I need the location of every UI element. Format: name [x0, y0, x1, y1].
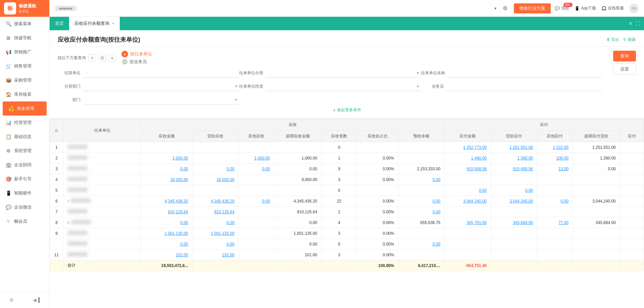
branch-dept-input[interactable]: ▾ — [83, 82, 239, 91]
tab-ar-ap[interactable]: 应收应付余额查询 × — [69, 17, 120, 30]
export-btn[interactable]: ⬆ 导出 — [606, 37, 619, 43]
member-icon: V — [5, 218, 11, 224]
collapse-more-btn[interactable]: ∧ 收起更多条件 — [58, 104, 636, 114]
counterpart-name-label: 往来单位名称 — [421, 70, 445, 76]
sidebar-item-finance[interactable]: 💰 资金管理 — [3, 101, 47, 116]
other-payable-cell: 1,222.00 — [537, 142, 573, 153]
overdue-payable-cell: 1,251,551.00 — [573, 142, 620, 153]
counterpart-col-header: 往来单位 — [63, 119, 141, 142]
counterpart-nature-input[interactable]: ▾ — [266, 82, 421, 91]
settings-col-header: ⚙ — [50, 119, 63, 142]
sidebar-item-hardware[interactable]: 📱 智能硬件 — [0, 186, 49, 200]
sidebar-bottom: ⚙ ◀▐ — [0, 292, 49, 308]
marketing-icon: 📢 — [5, 49, 11, 55]
sidebar-item-marketing[interactable]: 📢 营销推广 — [0, 45, 49, 59]
filter-top-row: 按以下方案查询 + ⊙ « ● 按往来单位 ● 按业务员 — [58, 51, 636, 65]
summary-label: 合计 — [63, 260, 141, 271]
table-settings-icon[interactable]: ⚙ — [55, 128, 58, 133]
app-logo: 畅 畅捷通账 标准版 — [0, 0, 49, 17]
tab-close-btn[interactable]: × — [112, 21, 114, 26]
summary-receivable-ratio: 100.00% — [357, 260, 398, 271]
summary-row: 合计 19,553,472,6... 100.00% 6,417,215....… — [50, 260, 644, 271]
online-service-btn[interactable]: 🎧 在线客服 — [601, 5, 624, 11]
filter-fields: 结算单位 ··· 往来单位分类 ▾ 往来单位名称 — [58, 68, 636, 104]
settlement-unit-input[interactable]: ··· — [83, 68, 239, 78]
sidebar-item-member[interactable]: V 畅会员 — [0, 214, 49, 228]
export-icon: ⬆ — [606, 37, 610, 42]
counterpart-name-input[interactable] — [448, 68, 602, 78]
sidebar: 畅 畅捷通账 标准版 🔍 搜索菜单 ⊞ 快捷导航 📢 营销推广 🛒 销售管理 📦… — [0, 0, 50, 308]
salesperson-dots: ··· — [448, 84, 452, 89]
system-icon: ⚙ — [5, 148, 11, 154]
sidebar-item-search[interactable]: 🔍 搜索菜单 — [0, 17, 49, 31]
sidebar-item-sales[interactable]: 🛒 销售管理 — [0, 59, 49, 73]
summary-payable-amount: -654,751.40 — [444, 260, 491, 271]
dept-input[interactable]: ▾ — [83, 95, 239, 104]
sidebar-item-system[interactable]: ⚙ 系统管理 — [0, 144, 49, 158]
query-option-salesperson-label: 按业务员 — [129, 59, 147, 65]
sidebar-item-inventory[interactable]: 🏠 库存核算 — [0, 87, 49, 101]
topbar-dropdown[interactable]: ▾ — [494, 6, 496, 11]
message-badge: 99+ — [564, 3, 573, 7]
filter-add-btn[interactable]: + — [89, 54, 96, 61]
other-payable-header: 其他应付 — [537, 131, 573, 142]
refresh-btn[interactable]: ↻ 刷新 — [623, 37, 636, 43]
settings-bottom-btn[interactable]: ⚙ — [7, 295, 16, 305]
user-avatar[interactable]: Rit — [629, 4, 639, 13]
counterpart-category-label: 往来单位分类 — [239, 70, 263, 76]
chevron-down-icon4: ▾ — [235, 97, 237, 102]
receivable-ratio-cell — [357, 142, 398, 153]
chevron-down-icon3: ▾ — [417, 84, 419, 89]
tabbar-right: ✕ ⛶ — [625, 17, 644, 30]
settlement-unit-dots: ··· — [85, 71, 89, 75]
settlement-unit-label: 结算单位 — [58, 70, 80, 76]
table-row: 7 810,126.64 810,126.64 810,126.64 2 0.0… — [50, 207, 644, 217]
solution-btn[interactable]: 体验行业方案 — [514, 3, 551, 13]
tab-maximize-btn[interactable]: ⛶ — [635, 21, 640, 26]
receivable-group-header: 应收 — [141, 119, 445, 131]
payable-group-header: 应付 — [444, 119, 644, 131]
loan-payable-header: 贷款应付 — [491, 131, 537, 142]
refresh-icon: ↻ — [623, 37, 627, 42]
table-row: 11 152.00 152.00 101.00 3 0.00% — [50, 250, 644, 260]
salesperson-input[interactable]: ··· — [446, 82, 602, 91]
sidebar-item-collab[interactable]: 🏢 企业协同 — [0, 158, 49, 172]
sidebar-item-guide[interactable]: 🎯 新手引导 — [0, 172, 49, 186]
sidebar-item-operation[interactable]: 📊 经营管理 — [0, 116, 49, 130]
sidebar-item-purchase[interactable]: 📦 采购管理 — [0, 73, 49, 87]
table-row: 0.00 0.00 0.00 0 0.00% 0.00 — [50, 239, 644, 250]
tab-close-window-btn[interactable]: ✕ — [629, 21, 633, 26]
counterpart-category-input[interactable]: ▾ — [266, 68, 421, 78]
setting-btn[interactable]: 设置 — [613, 63, 636, 75]
table-row: 3 0.00 0.00 0.00 0.00 9 0.00% 2,153,333.… — [50, 164, 644, 174]
app-download-btn[interactable]: 📱 App下载 — [575, 5, 596, 11]
summary-receivable-amount: 19,553,472,6... — [141, 260, 193, 271]
prepaid-balance-header: 预收余额 — [398, 131, 444, 142]
query-btn[interactable]: 查询 — [613, 51, 636, 61]
receivable-amount-cell — [141, 142, 193, 153]
loan-receivable-cell — [192, 142, 238, 153]
table-row: 2 1,000.00 1,000.00 1,000.00 1 0.00% 1,4… — [50, 153, 644, 164]
filter-target-btn[interactable]: ⊙ — [99, 54, 106, 61]
payable-amount-header: 应付金额 — [444, 131, 491, 142]
collab-icon: 🏢 — [5, 162, 11, 168]
overdue-receivable-header: 超期应收金额 — [274, 131, 321, 142]
hardware-icon: 📱 — [5, 190, 11, 196]
topbar: ■■■■■■ ▾ ⚙ 体验行业方案 💬 消息 99+ 📱 App下载 🎧 在线客… — [50, 0, 644, 17]
tab-home[interactable]: 首页 — [50, 17, 69, 30]
other-receivable-header: 其他应收 — [238, 131, 274, 142]
message-btn[interactable]: 💬 消息 99+ — [555, 5, 569, 11]
receivable-count-header: 应收笔数 — [321, 131, 357, 142]
collapse-btn[interactable]: ◀▐ — [30, 295, 43, 305]
download-icon: 📱 — [575, 6, 580, 11]
filter-collapse-btn[interactable]: « — [109, 54, 116, 61]
query-option-by-unit[interactable]: ● 按往来单位 — [121, 51, 152, 57]
topbar-gear-btn[interactable]: ⚙ — [500, 4, 510, 13]
field-dept: 部门 ▾ — [58, 95, 239, 104]
sidebar-item-basics[interactable]: 📋 基础信息 — [0, 130, 49, 144]
dept-label: 部门 — [58, 97, 80, 103]
sidebar-item-quicknav[interactable]: ⊞ 快捷导航 — [0, 31, 49, 45]
query-option-by-salesperson[interactable]: ● 按业务员 — [122, 59, 152, 65]
overdue-payable-header: 超期应付贷款 — [573, 131, 620, 142]
sidebar-item-wechat[interactable]: 💬 企业微信 — [0, 200, 49, 214]
